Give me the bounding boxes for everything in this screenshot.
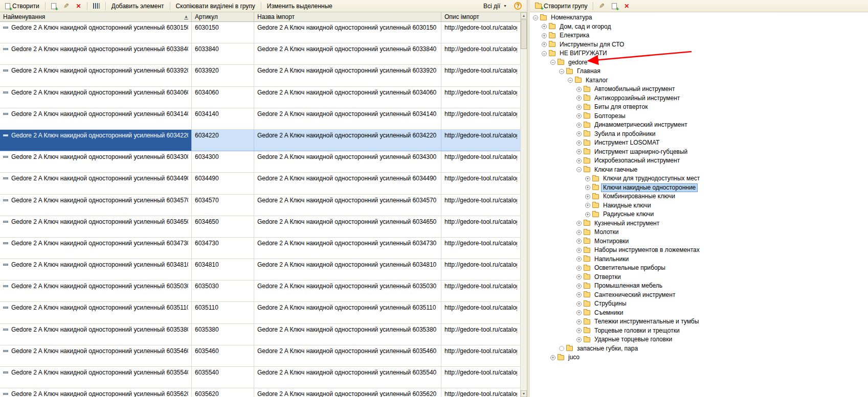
tree-item-label[interactable]: Радиусные ключи — [602, 211, 655, 218]
collapse-icon[interactable]: − — [576, 167, 582, 172]
expand-icon[interactable]: + — [585, 203, 590, 208]
create-group-button[interactable]: + Створити групу — [532, 1, 590, 11]
import-desc-cell[interactable]: http://gedore-tool.ru/catalog/d... — [441, 367, 520, 388]
expand-icon[interactable]: + — [576, 284, 582, 289]
import-desc-cell[interactable]: http://gedore-tool.ru/catalog/d... — [441, 388, 520, 397]
tree-item[interactable]: +Биты для отверток — [530, 103, 868, 112]
import-desc-cell[interactable]: http://gedore-tool.ru/catalog/d... — [441, 173, 520, 194]
copy-group-button[interactable]: + — [609, 1, 620, 11]
name-cell[interactable]: Gedore 2 A Ключ накидной односторонний у… — [0, 173, 192, 194]
article-cell[interactable]: 6035620 — [192, 388, 254, 397]
copy-selected-to-group-button[interactable]: Скопіювати виділені в групу — [173, 1, 258, 11]
tree-item[interactable]: +Торцевые головки и трещотки — [530, 326, 868, 336]
tree-item[interactable]: +juco — [530, 353, 868, 362]
scroll-down-button[interactable]: ▼ — [521, 390, 527, 397]
tree-item[interactable]: +Инструменты для СТО — [530, 40, 868, 50]
tree-item-label[interactable]: запасные губки, пара — [575, 345, 639, 353]
article-cell[interactable]: 6035460 — [192, 345, 254, 366]
edit-group-button[interactable]: ✎ — [596, 1, 608, 11]
tree-item-label[interactable]: gedore — [567, 59, 589, 66]
import-desc-cell[interactable]: http://gedore-tool.ru/catalog/d... — [441, 43, 520, 64]
tree-item-label[interactable]: Антикоррозийный инструмент — [593, 95, 681, 102]
tree-item-label[interactable]: Искробезопасный инструмент — [593, 157, 681, 165]
expand-icon[interactable]: + — [576, 266, 582, 271]
import-desc-cell[interactable]: http://gedore-tool.ru/catalog/d... — [441, 65, 520, 86]
expand-icon[interactable]: + — [585, 185, 590, 190]
delete-group-button[interactable]: ✕ — [621, 1, 632, 11]
expand-icon[interactable]: + — [585, 212, 590, 217]
table-row[interactable]: Gedore 2 A Ключ накидной односторонний у… — [0, 22, 520, 43]
tree-item[interactable]: +Автомобильный инструмент — [530, 85, 868, 94]
tree-item[interactable]: +Напильники — [530, 255, 868, 264]
tree-item-label[interactable]: Автомобильный инструмент — [593, 85, 676, 93]
expand-icon[interactable]: + — [576, 248, 582, 253]
import-desc-cell[interactable]: http://gedore-tool.ru/catalog/d... — [441, 195, 520, 216]
tree-item-label[interactable]: Отвертки — [593, 273, 622, 281]
tree-item[interactable]: +Ключи для труднодоступных мест — [530, 174, 868, 183]
tree-item-label[interactable]: Каталог — [584, 77, 610, 84]
import-name-cell[interactable]: Gedore 2 A Ключ накидной односторонний у… — [254, 195, 441, 216]
expand-icon[interactable]: + — [576, 256, 582, 262]
import-name-cell[interactable]: Gedore 2 A Ключ накидной односторонний у… — [254, 87, 441, 108]
article-cell[interactable]: 6033840 — [192, 43, 254, 64]
tree-item-label[interactable]: Ударные торцевые головки — [593, 336, 674, 343]
tree-item[interactable]: +Кузнечный инструмент — [530, 219, 868, 228]
table-row[interactable]: Gedore 2 A Ключ накидной односторонний у… — [0, 367, 520, 388]
article-cell[interactable]: 6035030 — [192, 281, 254, 301]
expand-icon[interactable]: + — [576, 105, 582, 110]
tree-item-label[interactable]: Инструменты для СТО — [558, 41, 626, 49]
name-cell[interactable]: Gedore 2 A Ключ накидной односторонний у… — [0, 281, 192, 301]
expand-icon[interactable]: + — [585, 194, 590, 199]
name-cell[interactable]: Gedore 2 A Ключ накидной односторонний у… — [0, 130, 192, 151]
import-desc-cell[interactable]: http://gedore-tool.ru/catalog/d... — [441, 108, 520, 129]
tree-item[interactable]: +Радиусные ключи — [530, 210, 868, 219]
tree-item[interactable]: +Струбцины — [530, 299, 868, 309]
tree-item-label[interactable]: Накидные ключи — [602, 202, 653, 209]
article-cell[interactable]: 6034060 — [192, 87, 254, 108]
collapse-icon[interactable]: − — [559, 69, 564, 74]
collapse-icon[interactable]: − — [568, 78, 573, 83]
tree-item[interactable]: +Молотки — [530, 228, 868, 237]
tree-item[interactable]: запасные губки, пара — [530, 344, 868, 354]
expand-icon[interactable]: + — [585, 176, 590, 181]
import-desc-cell[interactable]: http://gedore-tool.ru/catalog/d... — [441, 281, 520, 301]
tree-item[interactable]: +Наборы инструментов в ложементах — [530, 246, 868, 255]
expand-icon[interactable]: + — [576, 274, 582, 279]
table-row[interactable]: Gedore 2 A Ключ накидной односторонний у… — [0, 43, 520, 65]
name-cell[interactable]: Gedore 2 A Ключ накидной односторонний у… — [0, 108, 192, 129]
tree-item[interactable]: +Отвертки — [530, 273, 868, 282]
import-name-cell[interactable]: Gedore 2 A Ключ накидной односторонний у… — [254, 108, 441, 129]
article-cell[interactable]: 6035540 — [192, 367, 254, 388]
name-cell[interactable]: Gedore 2 A Ключ накидной односторонний у… — [0, 22, 192, 43]
table-row[interactable]: Gedore 2 A Ключ накидной односторонний у… — [0, 151, 520, 173]
article-cell[interactable]: 6034490 — [192, 173, 254, 194]
tree-item-label[interactable]: Ключи гаечные — [593, 166, 639, 174]
import-name-cell[interactable]: Gedore 2 A Ключ накидной односторонний у… — [254, 216, 441, 237]
expand-icon[interactable]: + — [576, 337, 582, 342]
import-name-cell[interactable]: Gedore 2 A Ключ накидной односторонний у… — [254, 238, 441, 259]
tree-item-label[interactable]: Наборы инструментов в ложементах — [593, 246, 701, 254]
tree-item-label[interactable]: Напильники — [593, 255, 630, 263]
tree-item-label[interactable]: НЕ ВИГРУЖАТИ — [558, 50, 609, 57]
table-row[interactable]: Gedore 2 A Ключ накидной односторонний у… — [0, 345, 520, 367]
tree-item[interactable]: +Тележки инструментальные и тумбы — [530, 317, 868, 326]
tree-item-label[interactable]: Номенклатура — [549, 14, 594, 21]
tree-item-label[interactable]: Зубила и пробойники — [593, 130, 657, 138]
import-name-cell[interactable]: Gedore 2 A Ключ накидной односторонний у… — [254, 151, 441, 172]
expand-icon[interactable]: + — [542, 33, 547, 38]
tree-item[interactable]: +Ударные торцевые головки — [530, 335, 868, 344]
name-cell[interactable]: Gedore 2 A Ключ накидной односторонний у… — [0, 87, 192, 108]
expand-icon[interactable]: + — [576, 301, 582, 307]
expand-icon[interactable]: + — [542, 42, 547, 47]
import-name-cell[interactable]: Gedore 2 A Ключ накидной односторонний у… — [254, 22, 441, 43]
name-cell[interactable]: Gedore 2 A Ключ накидной односторонний у… — [0, 388, 192, 397]
expand-icon[interactable]: + — [576, 96, 582, 101]
tree-item-label[interactable]: Сантехнический инструмент — [593, 291, 677, 299]
tree-item[interactable]: +Ключи накидные односторонние — [530, 183, 868, 193]
article-cell[interactable]: 6035110 — [192, 302, 254, 323]
article-cell[interactable]: 6034810 — [192, 259, 254, 280]
article-cell[interactable]: 6034730 — [192, 238, 254, 259]
expand-icon[interactable]: + — [576, 292, 582, 297]
tree-item-label[interactable]: Комбинированные ключи — [602, 193, 677, 200]
tree-item[interactable]: +Монтировки — [530, 237, 868, 246]
